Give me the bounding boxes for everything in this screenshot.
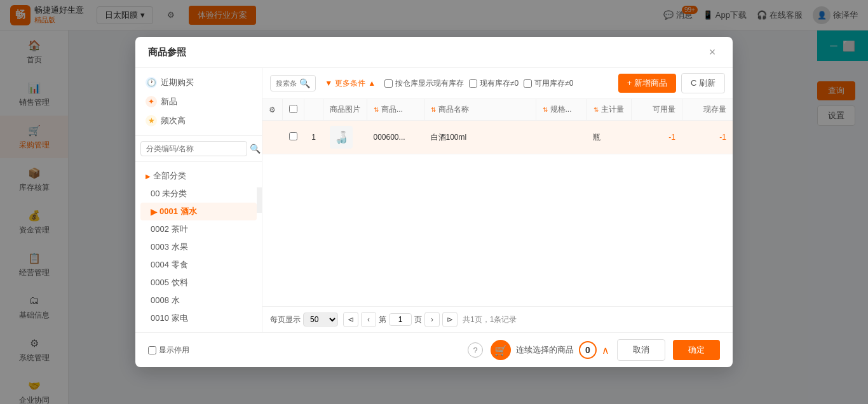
prev-page-button[interactable]: ‹ [361,312,376,327]
sort-icon: ⇅ [374,106,379,113]
page-navigation: ⊲ ‹ 第 页 › ⊳ [343,312,458,327]
category-item-0008[interactable]: 0008 水 [140,292,257,309]
cancel-button[interactable]: 取消 [617,339,665,361]
select-all-checkbox[interactable] [289,105,297,113]
page-size-select: 每页显示 50 10 20 100 [270,313,338,327]
category-tree: 全部分类 00 未分类 ▶ 0001 酒水 0002 茶叶 0003 水果 [135,162,262,332]
pagination: 每页显示 50 10 20 100 ⊲ ‹ 第 页 [262,306,733,332]
filter-arrow-icon: ▲ [368,79,376,88]
collapse-panel-button[interactable]: 《 [257,187,262,213]
category-search-input[interactable] [140,141,247,156]
category-item-0004[interactable]: 0004 零食 [140,256,257,274]
row-image: 🍶 [323,121,367,154]
category-search: 🔍 [135,136,262,162]
th-settings[interactable]: ⚙ [262,99,283,121]
left-panel-tabs: 🕐 近期购买 ✦ 新品 ★ 频次高 [135,68,262,136]
th-stock: 现存量 [682,99,733,121]
cart-icon: 🛒 [494,344,507,356]
tab-recent[interactable]: 🕐 近期购买 [140,73,257,92]
sort-icon: ⇅ [431,106,436,113]
product-table-container: ⚙ 商品图片 [262,99,733,306]
right-panel: 🔍 ▼ 更多条件 ▲ 按仓库显示现有库存 现有库存≠0 [262,68,733,332]
refresh-button[interactable]: C 刷新 [681,73,725,93]
table-header-row: ⚙ 商品图片 [262,99,733,121]
row-unit: 瓶 [587,121,631,154]
nonzero-available-checkbox[interactable]: 可用库存≠0 [524,78,573,89]
category-item-0003[interactable]: 0003 水果 [140,238,257,256]
category-item-0002[interactable]: 0002 茶叶 [140,220,257,238]
right-toolbar: 🔍 ▼ 更多条件 ▲ 按仓库显示现有库存 现有库存≠0 [262,68,733,99]
product-thumbnail: 🍶 [330,126,353,149]
row-settings [262,121,283,154]
table-settings-icon[interactable]: ⚙ [269,105,276,114]
product-reference-modal: 商品参照 × 🕐 近期购买 ✦ 新品 ★ [135,37,733,367]
row-checkbox[interactable] [283,121,304,154]
product-search-bar: 🔍 [270,75,316,91]
first-page-button[interactable]: ⊲ [343,312,358,327]
show-disabled-checkbox[interactable]: 显示停用 [148,345,189,356]
row-name: 白酒100ml [424,121,536,154]
tab-frequent[interactable]: ★ 频次高 [140,111,257,130]
row-spec [536,121,587,154]
help-button[interactable]: ? [468,342,483,358]
modal-close-button[interactable]: × [705,44,720,60]
page-size-dropdown[interactable]: 50 10 20 100 [303,313,338,327]
active-arrow: ▶ [151,207,157,217]
category-item-0001[interactable]: ▶ 0001 酒水 [140,203,257,220]
new-icon: ✦ [146,96,157,107]
category-all[interactable]: 全部分类 [140,167,257,185]
recent-icon: 🕐 [146,77,157,88]
category-item-00[interactable]: 00 未分类 [140,185,257,203]
modal-title: 商品参照 [148,46,186,58]
th-code: ⇅ 商品... [367,99,424,121]
th-name: ⇅ 商品名称 [424,99,536,121]
sort-icon: ⇅ [543,106,548,113]
product-search-icon[interactable]: 🔍 [299,78,310,88]
filter-button[interactable]: ▼ 更多条件 ▲ [321,76,379,91]
category-item-0010[interactable]: 0010 家电 [140,309,257,327]
table-row[interactable]: 1 🍶 000600... [262,121,733,154]
next-page-button[interactable]: › [424,312,440,327]
sort-icon: ⇅ [593,106,599,113]
th-image: 商品图片 [323,99,367,121]
product-search-input[interactable] [276,79,297,87]
left-panel: 🕐 近期购买 ✦ 新品 ★ 频次高 🔍 [135,68,262,332]
th-unit: ⇅ 主计量 [587,99,631,121]
last-page-button[interactable]: ⊳ [442,312,458,327]
collapse-cart-button[interactable]: ∧ [602,344,609,356]
tab-new[interactable]: ✦ 新品 [140,92,257,111]
category-search-icon[interactable]: 🔍 [250,144,261,154]
modal-header: 商品参照 × [135,37,733,68]
cart-area: 🛒 连续选择的商品 0 ∧ [491,340,609,360]
th-spec: ⇅ 规格... [536,99,587,121]
cart-icon-button[interactable]: 🛒 [491,340,511,360]
th-available: 可用量 [631,99,682,121]
add-product-button[interactable]: + 新增商品 [618,74,676,93]
th-num [304,99,323,121]
warehouse-display-checkbox[interactable]: 按仓库显示现有库存 [384,78,464,89]
filter-icon: ▼ [325,79,332,88]
row-available: -1 [631,121,682,154]
row-num: 1 [304,121,323,154]
row-stock: -1 [682,121,733,154]
th-checkbox [283,99,304,121]
modal-overlay: 商品参照 × 🕐 近期购买 ✦ 新品 ★ [0,0,868,404]
page-info: 共1页，1条记录 [463,314,517,325]
frequent-icon: ★ [146,115,157,126]
cart-label: 连续选择的商品 [516,344,574,356]
modal-footer: 显示停用 ? 🛒 连续选择的商品 0 ∧ 取消 确定 [135,332,733,367]
product-table: ⚙ 商品图片 [262,99,733,154]
modal-body: 🕐 近期购买 ✦ 新品 ★ 频次高 🔍 [135,68,733,332]
page-number-input[interactable] [389,313,412,326]
cart-count: 0 [579,341,597,359]
confirm-button[interactable]: 确定 [673,340,720,360]
nonzero-stock-checkbox[interactable]: 现有库存≠0 [469,78,519,89]
category-item-0005[interactable]: 0005 饮料 [140,274,257,292]
row-code: 000600... [367,121,424,154]
